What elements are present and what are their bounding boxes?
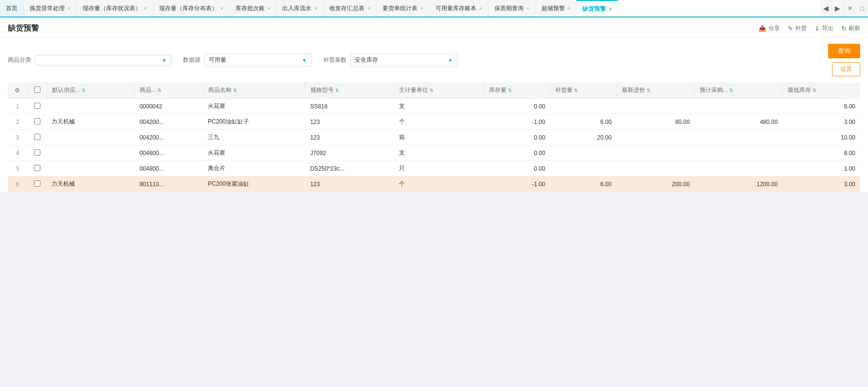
col-product-name-label: 商品名称 [208, 86, 232, 94]
row-select-checkbox[interactable] [34, 165, 40, 171]
sort-replenish-icon: ⇅ [574, 88, 578, 93]
sort-spec-icon: ⇅ [335, 88, 339, 93]
col-stock[interactable]: 库存量 ⇅ [484, 82, 550, 99]
tab-close-inventory-status[interactable]: × [144, 6, 147, 11]
tab-close-inventory-dist[interactable]: × [220, 6, 223, 11]
row-stock: 0.00 [484, 130, 550, 145]
col-product-code-label: 商品... [140, 86, 156, 94]
tab-overstock-warn[interactable]: 超储预警× [536, 0, 577, 17]
col-estimated-purchase[interactable]: 预计采购... ⇅ [695, 82, 783, 99]
tab-label-order-stats: 要货单统计表 [382, 4, 417, 13]
tab-close-all-button[interactable]: ✕ [844, 0, 856, 17]
tab-close-order-stats[interactable]: × [420, 6, 423, 11]
row-est-purchase [695, 130, 783, 145]
row-price [616, 130, 695, 145]
tab-expiry-query[interactable]: 保质期查询× [488, 0, 536, 17]
row-price: 200.00 [616, 176, 695, 192]
row-checkbox[interactable] [27, 114, 47, 130]
tab-restore-button[interactable]: □ [856, 0, 868, 17]
tab-close-collect-summary[interactable]: × [367, 6, 370, 11]
row-select-checkbox[interactable] [34, 118, 40, 124]
replenish-base-filter-group: 补货基数 安全库存 ▼ [323, 53, 457, 67]
row-index: 6 [8, 176, 27, 192]
refresh-button[interactable]: ↻ 刷新 [841, 24, 860, 33]
export-icon: ⇓ [814, 25, 820, 32]
category-select[interactable]: ▼ [35, 55, 171, 66]
tab-next-button[interactable]: ▶ [832, 0, 844, 17]
row-checkbox[interactable] [27, 145, 47, 161]
col-stock-label: 库存量 [489, 86, 506, 94]
tab-close-overstock-warn[interactable]: × [568, 6, 571, 11]
tab-label-collect-summary: 收发存汇总表 [329, 4, 364, 13]
sort-purchase-icon: ⇅ [729, 88, 733, 93]
tab-order-stats[interactable]: 要货单统计表× [377, 0, 430, 17]
tab-close-shortage-warn[interactable]: × [609, 6, 612, 12]
share-icon: 📤 [759, 25, 766, 32]
settings-button[interactable]: 设置 [832, 62, 860, 76]
tab-close-available-ledger[interactable]: × [479, 6, 482, 11]
tab-inventory-dist[interactable]: 现存量（库存分布表）× [153, 0, 230, 17]
replenish-base-label: 补货基数 [323, 56, 346, 64]
tab-prev-button[interactable]: ◀ [820, 0, 832, 17]
row-select-checkbox[interactable] [34, 180, 40, 187]
export-button[interactable]: ⇓ 导出 [814, 24, 833, 33]
sort-code-icon: ⇅ [158, 88, 162, 93]
row-select-checkbox[interactable] [34, 149, 40, 156]
row-name: 三九 [203, 130, 305, 145]
col-product-name[interactable]: 商品名称 ⇅ [203, 82, 305, 99]
datasource-select[interactable]: 可用量 ▼ [204, 53, 311, 67]
col-min-stock[interactable]: 最低库存 ⇅ [782, 82, 860, 99]
tab-close-stale[interactable]: × [68, 6, 71, 11]
row-spec: DS250*23c... [305, 161, 394, 176]
col-unit-label: 主计量单位 [399, 86, 428, 94]
datasource-filter-group: 数据源 可用量 ▼ [183, 53, 311, 67]
header-actions: 📤 分享 ✎ 补货 ⇓ 导出 ↻ 刷新 [759, 24, 860, 33]
row-unit: 个 [394, 114, 484, 130]
col-product-code[interactable]: 商品... ⇅ [135, 82, 203, 99]
row-checkbox[interactable] [27, 130, 47, 145]
col-latest-price[interactable]: 最新进价 ⇅ [616, 82, 695, 99]
share-button[interactable]: 📤 分享 [759, 24, 780, 33]
row-select-checkbox[interactable] [34, 134, 40, 140]
tab-label-shortage-warn: 缺货预警 [582, 5, 606, 13]
tab-collect-summary[interactable]: 收发存汇总表× [324, 0, 377, 17]
tab-stale[interactable]: 拣货异常处理× [24, 0, 77, 17]
col-replenish-qty[interactable]: 补货量 ⇅ [550, 82, 616, 99]
row-code: 004600... [135, 145, 203, 161]
col-min-stock-label: 最低库存 [788, 86, 811, 94]
tab-batch-account[interactable]: 库存批次账× [230, 0, 277, 17]
col-settings[interactable]: ⚙ [8, 82, 27, 99]
col-unit[interactable]: 主计量单位 ⇅ [394, 82, 484, 99]
row-checkbox[interactable] [27, 99, 47, 114]
col-latest-price-label: 最新进价 [622, 86, 645, 94]
tab-in-out-flow[interactable]: 出入库流水× [276, 0, 324, 17]
col-spec[interactable]: 规格型号 ⇅ [305, 82, 394, 99]
row-checkbox[interactable] [27, 161, 47, 176]
tab-bar: 首页拣货异常处理×现存量（库存状况表）×现存量（库存分布表）×库存批次账×出入库… [0, 0, 868, 18]
row-est-purchase [695, 161, 783, 176]
tab-close-batch-account[interactable]: × [268, 6, 271, 11]
tab-available-ledger[interactable]: 可用量库存账本× [430, 0, 488, 17]
replenish-label: 补货 [795, 24, 807, 33]
tab-close-in-out-flow[interactable]: × [314, 6, 317, 11]
row-checkbox[interactable] [27, 176, 47, 192]
tab-label-expiry-query: 保质期查询 [494, 4, 524, 13]
row-replenish: 6.00 [550, 114, 616, 130]
select-all-checkbox[interactable] [34, 87, 40, 93]
table-row: 4004600...火花塞J7092支0.008.00 [8, 145, 860, 161]
tab-home[interactable]: 首页 [0, 0, 24, 17]
row-price [616, 99, 695, 114]
tab-close-expiry-query[interactable]: × [526, 6, 529, 11]
row-supplier [47, 161, 135, 176]
tab-inventory-status[interactable]: 现存量（库存状况表）× [77, 0, 153, 17]
row-price: 80.00 [616, 114, 695, 130]
row-price [616, 145, 695, 161]
row-supplier [47, 99, 135, 114]
row-select-checkbox[interactable] [34, 103, 40, 109]
tab-shortage-warn[interactable]: 缺货预警× [577, 0, 618, 17]
sort-price-icon: ⇅ [647, 88, 651, 93]
replenish-base-select[interactable]: 安全库存 ▼ [350, 53, 457, 67]
replenish-button[interactable]: ✎ 补货 [788, 24, 807, 33]
query-button[interactable]: 查询 [828, 44, 860, 58]
col-default-supplier[interactable]: 默认供应... ⇅ [47, 82, 135, 99]
